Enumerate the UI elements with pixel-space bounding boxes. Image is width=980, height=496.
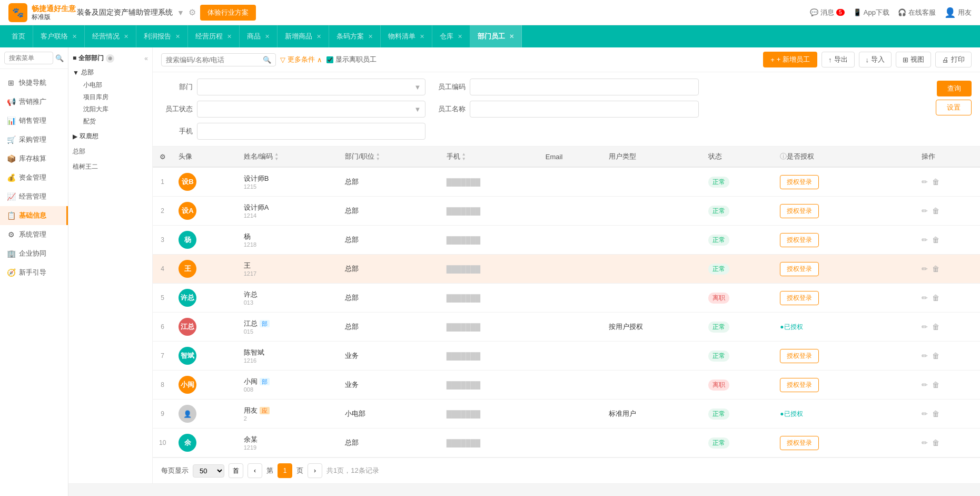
tab-barcode[interactable]: 条码方案✕ bbox=[329, 25, 381, 47]
tab-customer[interactable]: 客户联络✕ bbox=[33, 25, 85, 47]
dept-node-zongbu[interactable]: ▼总部 bbox=[68, 66, 152, 79]
delete-icon[interactable]: 🗑 bbox=[932, 352, 939, 360]
current-page[interactable]: 1 bbox=[278, 463, 292, 478]
tab-profit[interactable]: 利润报告✕ bbox=[136, 25, 188, 47]
edit-icon[interactable]: ✏ bbox=[922, 265, 928, 273]
show-resigned-input[interactable] bbox=[326, 56, 333, 63]
message-btn[interactable]: 💬 消息 5 bbox=[810, 8, 845, 17]
sidebar-item-basic-info[interactable]: 📋 基础信息 bbox=[0, 206, 68, 225]
tab-operations[interactable]: 经营情况✕ bbox=[85, 25, 136, 47]
sidebar-item-purchase[interactable]: 🛒 采购管理 bbox=[0, 130, 68, 149]
edit-icon[interactable]: ✏ bbox=[922, 207, 928, 215]
print-button[interactable]: 🖨 打印 bbox=[935, 52, 972, 67]
app-download-btn[interactable]: 📱 App下载 bbox=[853, 8, 889, 17]
edit-icon[interactable]: ✏ bbox=[922, 178, 928, 186]
export-button[interactable]: ↑ 导出 bbox=[821, 52, 855, 67]
search-input[interactable] bbox=[166, 56, 261, 64]
sidebar-item-quick-nav[interactable]: ⊞ 快捷导航 bbox=[0, 73, 68, 92]
close-icon[interactable]: ✕ bbox=[124, 33, 128, 40]
show-resigned-checkbox[interactable]: 显示离职员工 bbox=[326, 55, 377, 64]
col-name[interactable]: 姓名/编码 ▲▼ bbox=[237, 147, 339, 167]
delete-icon[interactable]: 🗑 bbox=[932, 410, 939, 418]
auth-btn[interactable]: 授权登录 bbox=[780, 291, 819, 305]
close-icon[interactable]: ✕ bbox=[420, 33, 424, 40]
dept-node-xiaodibu[interactable]: 小电部 bbox=[79, 79, 152, 91]
prev-page-btn[interactable]: ‹ bbox=[248, 463, 262, 478]
sidebar-item-inventory[interactable]: 📦 库存核算 bbox=[0, 149, 68, 168]
sidebar-item-operations[interactable]: 📈 经营管理 bbox=[0, 187, 68, 206]
col-phone[interactable]: 手机 ▲▼ bbox=[440, 147, 539, 167]
auth-btn[interactable]: 授权登录 bbox=[780, 436, 819, 450]
emp-name-input[interactable] bbox=[470, 101, 698, 118]
dept-node-zongbu2[interactable]: 总部 bbox=[68, 144, 152, 159]
tab-add-goods[interactable]: 新增商品✕ bbox=[278, 25, 329, 47]
sidebar-item-marketing[interactable]: 📢 营销推广 bbox=[0, 92, 68, 111]
close-icon[interactable]: ✕ bbox=[227, 33, 232, 40]
tab-bom[interactable]: 物料清单✕ bbox=[381, 25, 432, 47]
sidebar-item-system[interactable]: ⚙ 系统管理 bbox=[0, 225, 68, 244]
delete-icon[interactable]: 🗑 bbox=[932, 178, 939, 186]
sidebar-item-sales[interactable]: 📊 销售管理 bbox=[0, 111, 68, 130]
tab-goods[interactable]: 商品✕ bbox=[240, 25, 278, 47]
delete-icon[interactable]: 🗑 bbox=[932, 265, 939, 273]
sidebar-item-finance[interactable]: 💰 资金管理 bbox=[0, 168, 68, 187]
query-button[interactable]: 查询 bbox=[937, 81, 972, 96]
close-icon[interactable]: ✕ bbox=[509, 33, 514, 40]
auth-btn[interactable]: 授权登录 bbox=[780, 233, 819, 247]
auth-btn[interactable]: 授权登录 bbox=[780, 349, 819, 363]
collapse-icon[interactable]: « bbox=[144, 55, 148, 62]
edit-icon[interactable]: ✏ bbox=[922, 410, 928, 418]
dept-node-xiangmukufang[interactable]: 项目库房 bbox=[79, 91, 152, 103]
user-btn[interactable]: 👤 用友 bbox=[944, 7, 972, 18]
dept-node-peihuo[interactable]: 配货 bbox=[79, 115, 152, 128]
dept-node-shenyangdaku[interactable]: 沈阳大库 bbox=[79, 103, 152, 115]
settings-icon[interactable]: ⚙ bbox=[189, 7, 196, 17]
search-submit-icon[interactable]: 🔍 bbox=[263, 56, 271, 64]
dept-node-zhishu[interactable]: 植树王二 bbox=[68, 159, 152, 174]
set-button[interactable]: 设置 bbox=[936, 100, 972, 115]
emp-code-input[interactable] bbox=[470, 79, 698, 95]
edit-icon[interactable]: ✏ bbox=[922, 323, 928, 331]
sidebar-search-input[interactable] bbox=[4, 52, 53, 64]
view-button[interactable]: ⊞ 视图 bbox=[896, 52, 931, 67]
next-page-btn[interactable]: › bbox=[308, 463, 322, 478]
delete-icon[interactable]: 🗑 bbox=[932, 236, 939, 244]
col-settings[interactable]: ⚙ bbox=[153, 147, 172, 167]
dept-select[interactable]: ▼ bbox=[197, 79, 425, 95]
delete-icon[interactable]: 🗑 bbox=[932, 439, 939, 447]
add-employee-button[interactable]: + + 新增员工 bbox=[763, 52, 817, 67]
auth-btn[interactable]: 授权登录 bbox=[780, 378, 819, 392]
edit-icon[interactable]: ✏ bbox=[922, 439, 928, 447]
edit-icon[interactable]: ✏ bbox=[922, 236, 928, 244]
dept-node-shuanglu[interactable]: ▶双鹿想 bbox=[68, 130, 152, 143]
trial-button[interactable]: 体验行业方案 bbox=[200, 5, 256, 21]
close-icon[interactable]: ✕ bbox=[175, 33, 180, 40]
phone-input[interactable] bbox=[197, 123, 425, 140]
close-icon[interactable]: ✕ bbox=[368, 33, 373, 40]
delete-icon[interactable]: 🗑 bbox=[932, 207, 939, 215]
tab-home[interactable]: 首页 bbox=[4, 25, 33, 47]
tab-warehouse[interactable]: 仓库✕ bbox=[432, 25, 470, 47]
tab-history[interactable]: 经营历程✕ bbox=[188, 25, 240, 47]
emp-status-select[interactable]: ▼ bbox=[197, 101, 425, 118]
edit-icon[interactable]: ✏ bbox=[922, 352, 928, 360]
online-service-btn[interactable]: 🎧 在线客服 bbox=[898, 8, 936, 17]
more-filter-btn[interactable]: ▽ 更多条件 ∧ bbox=[280, 55, 322, 64]
auth-btn[interactable]: 授权登录 bbox=[780, 175, 819, 189]
close-icon[interactable]: ✕ bbox=[458, 33, 462, 40]
sidebar-item-enterprise[interactable]: 🏢 企业协同 bbox=[0, 244, 68, 263]
page-size-select[interactable]: 50 100 bbox=[193, 464, 224, 478]
delete-icon[interactable]: 🗑 bbox=[932, 294, 939, 302]
delete-icon[interactable]: 🗑 bbox=[932, 323, 939, 331]
edit-icon[interactable]: ✏ bbox=[922, 381, 928, 389]
close-icon[interactable]: ✕ bbox=[316, 33, 321, 40]
import-button[interactable]: ↓ 导入 bbox=[859, 52, 892, 67]
dropdown-icon[interactable]: ▼ bbox=[177, 8, 184, 17]
close-icon[interactable]: ✕ bbox=[72, 33, 77, 40]
sidebar-item-guide[interactable]: 🧭 新手引导 bbox=[0, 263, 68, 282]
auth-btn[interactable]: 授权登录 bbox=[780, 262, 819, 276]
auth-btn[interactable]: 授权登录 bbox=[780, 204, 819, 218]
edit-icon[interactable]: ✏ bbox=[922, 294, 928, 302]
col-dept[interactable]: 部门/职位 ▲▼ bbox=[339, 147, 440, 167]
close-icon[interactable]: ✕ bbox=[265, 33, 270, 40]
